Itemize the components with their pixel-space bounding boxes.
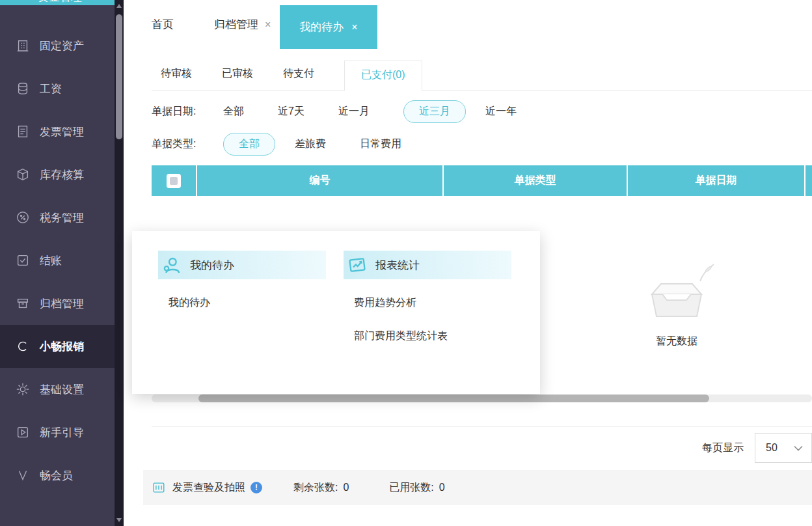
tab-reviewed[interactable]: 已审核 (222, 67, 253, 90)
close-icon[interactable]: × (265, 19, 271, 31)
sidebar-menu: 固定资产 工资 发票管理 库存核算 税务管理 结账 (0, 24, 115, 497)
link-my-todo[interactable]: 我的待办 (169, 296, 326, 310)
header-checkbox-cell (152, 165, 196, 196)
sidebar-item-inventory[interactable]: 库存核算 (0, 153, 115, 196)
popup-title: 报表统计 (375, 258, 420, 273)
tab-label: 我的待办 (299, 20, 344, 35)
used-label: 已用张数: (389, 481, 433, 495)
page-size-select[interactable]: 50 (755, 433, 812, 463)
table-header: 编号 单据类型 单据日期 (152, 165, 812, 196)
sidebar-item-tax[interactable]: 税务管理 (0, 196, 115, 239)
divider (152, 426, 812, 427)
popup-report-header[interactable]: 报表统计 (344, 251, 511, 279)
app-window: 资金管理 固定资产 工资 发票管理 库存核算 税务管理 (0, 0, 812, 526)
checkbox-fill (170, 177, 178, 185)
sidebar-item-guide[interactable]: 新手引导 (0, 411, 115, 454)
sidebar-item-label: 发票管理 (40, 124, 84, 139)
tab-archive[interactable]: 归档管理 × (214, 0, 271, 49)
tab-pending-review[interactable]: 待审核 (161, 67, 192, 90)
popup-todo-links: 我的待办 (158, 296, 326, 310)
sidebar-item-settings[interactable]: 基础设置 (0, 368, 115, 411)
menu-popup: 我的待办 我的待办 报表统计 费用趋势分析 部门费用类型统计表 (132, 231, 540, 394)
tab-paid[interactable]: 已支付(0) (344, 61, 422, 91)
sidebar-item-label: 库存核算 (40, 167, 84, 182)
sidebar-item-label: 基础设置 (40, 382, 84, 397)
link-dept-expense-table[interactable]: 部门费用类型统计表 (354, 329, 511, 343)
report-icon (347, 255, 368, 275)
sidebar-item-label: 税务管理 (40, 210, 84, 225)
sidebar-item-label: 资金管理 (38, 0, 82, 5)
sidebar-scrollbar[interactable] (115, 0, 124, 526)
sidebar: 资金管理 固定资产 工资 发票管理 库存核算 税务管理 (0, 0, 115, 526)
page-size-value: 50 (766, 442, 778, 454)
tab-pending-pay[interactable]: 待支付 (283, 67, 314, 90)
invoice-icon (16, 124, 30, 139)
filter-date-1m[interactable]: 近一月 (338, 105, 370, 118)
filter-type-all-selected[interactable]: 全部 (223, 133, 275, 156)
popup-report-links: 费用趋势分析 部门费用类型统计表 (344, 296, 511, 343)
sidebar-item-label: 工资 (40, 81, 62, 96)
filter-type-label: 单据类型: (152, 137, 223, 151)
box-icon (16, 167, 30, 182)
tab-bar: 首页 归档管理 × 我的待办 × (124, 0, 812, 49)
popup-todo-header[interactable]: 我的待办 (158, 251, 326, 279)
sidebar-item-invoice[interactable]: 发票管理 (0, 110, 115, 153)
filter-date-7d[interactable]: 近7天 (278, 105, 304, 118)
sidebar-item-salary[interactable]: 工资 (0, 67, 115, 110)
sidebar-item-label: 畅会员 (40, 468, 73, 483)
sidebar-item-label: 固定资产 (40, 38, 84, 53)
main-content: 首页 归档管理 × 我的待办 × 待审核 已审核 待支付 已支付(0) 单据日期… (124, 0, 812, 526)
sidebar-item-archive[interactable]: 归档管理 (0, 282, 115, 325)
scroll-up-icon[interactable] (116, 4, 122, 8)
scrollbar-thumb[interactable] (116, 14, 122, 139)
popup-todo-section: 我的待办 我的待办 (158, 251, 326, 329)
column-doc-type: 单据类型 (444, 165, 627, 196)
column-doc-date: 单据日期 (628, 165, 804, 196)
tab-label: 首页 (152, 17, 174, 32)
empty-text: 暂无数据 (618, 335, 735, 348)
status-tabs: 待审核 已审核 待支付 已支付(0) (152, 63, 812, 91)
filter-date-all[interactable]: 全部 (223, 105, 244, 118)
filter-date-1y[interactable]: 近一年 (485, 105, 517, 118)
sidebar-item-funds[interactable]: 资金管理 (0, 0, 115, 5)
select-all-checkbox[interactable] (167, 174, 181, 188)
sidebar-item-label: 结账 (40, 253, 62, 268)
invoice-scan-icon (152, 480, 166, 495)
tab-label: 归档管理 (214, 17, 258, 32)
filter-type-daily[interactable]: 日常费用 (360, 137, 401, 151)
link-expense-trend[interactable]: 费用趋势分析 (354, 296, 511, 310)
popup-title: 我的待办 (190, 258, 234, 273)
tab-home[interactable]: 首页 (152, 0, 174, 49)
column-overflow (805, 165, 812, 196)
filter-type-row: 单据类型: 全部 差旅费 日常费用 (124, 132, 812, 156)
used-value: 0 (439, 482, 445, 493)
horizontal-scrollbar[interactable] (152, 394, 812, 402)
filter-date-3m-selected[interactable]: 近三月 (403, 100, 466, 123)
horizontal-scrollbar-thumb[interactable] (198, 394, 709, 402)
archive-icon (16, 296, 30, 311)
check-doc-icon (16, 253, 30, 268)
page-size-label: 每页显示 (702, 441, 744, 455)
building-icon (16, 38, 30, 53)
invoice-check-label[interactable]: 发票查验及拍照 (172, 481, 245, 495)
column-number: 编号 (197, 165, 442, 196)
v-logo-icon (16, 468, 30, 482)
popup-report-section: 报表统计 费用趋势分析 部门费用类型统计表 (344, 251, 511, 363)
sidebar-item-closing[interactable]: 结账 (0, 239, 115, 282)
coins-icon (16, 81, 30, 96)
scroll-down-icon[interactable] (116, 518, 122, 522)
sidebar-item-label: 新手引导 (40, 425, 84, 440)
close-icon[interactable]: × (351, 21, 357, 33)
empty-state: 暂无数据 (618, 259, 735, 348)
sidebar-item-fixed-assets[interactable]: 固定资产 (0, 24, 115, 67)
sidebar-item-member[interactable]: 畅会员 (0, 454, 115, 497)
invoice-footer-bar: 发票查验及拍照 ! 剩余张数: 0 已用张数: 0 (143, 470, 812, 505)
sidebar-item-label: 归档管理 (40, 296, 84, 311)
info-icon[interactable]: ! (250, 482, 262, 493)
gear-icon (16, 382, 30, 396)
filter-type-travel[interactable]: 差旅费 (295, 137, 326, 151)
c-logo-icon (16, 339, 30, 353)
user-icon (161, 255, 182, 275)
tab-my-todo[interactable]: 我的待办 × (280, 5, 377, 49)
sidebar-item-reimburse[interactable]: 小畅报销 (0, 325, 115, 368)
